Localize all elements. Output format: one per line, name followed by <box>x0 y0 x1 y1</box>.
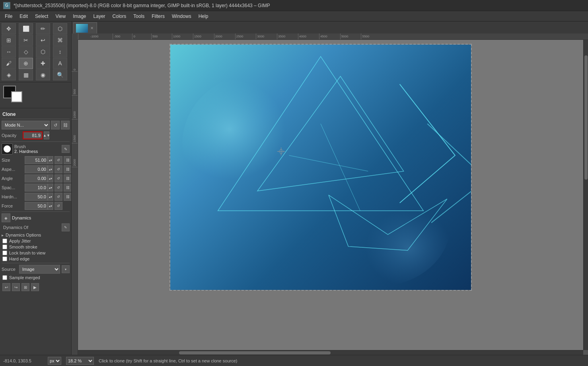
horizontal-scrollbar[interactable] <box>78 350 583 355</box>
tool-scale[interactable]: ↔ <box>2 46 16 57</box>
hardness-input[interactable] <box>25 193 48 201</box>
force-reset-icon[interactable]: ↺ <box>55 202 62 210</box>
sample-merged-checkbox[interactable] <box>2 275 7 280</box>
lock-brush-checkbox[interactable] <box>2 251 7 255</box>
canvas-scroll[interactable] <box>78 40 583 350</box>
tool-move[interactable]: ✥ <box>2 23 16 34</box>
tool-paint[interactable]: 🖌 <box>2 58 16 69</box>
menu-select[interactable]: Select <box>32 13 51 20</box>
angle-chain-icon[interactable]: ⛓ <box>64 174 72 182</box>
apply-jitter-checkbox[interactable] <box>2 239 7 243</box>
tool-warp[interactable]: ⌘ <box>53 35 67 46</box>
aspect-spinner[interactable]: ▴▾ <box>48 165 53 173</box>
hard-edge-checkbox[interactable] <box>2 256 7 261</box>
size-input[interactable] <box>25 156 48 164</box>
menu-help[interactable]: Help <box>195 13 212 20</box>
vertical-scrollbar[interactable] <box>583 40 588 350</box>
menu-filters[interactable]: Filters <box>148 13 168 20</box>
angle-input[interactable] <box>25 174 48 182</box>
tool-shear[interactable]: ◇ <box>19 46 33 57</box>
background-color[interactable] <box>11 91 22 102</box>
unit-select[interactable]: px <box>48 357 61 365</box>
tool-heal[interactable]: ✚ <box>36 58 50 69</box>
vertical-scroll-thumb[interactable] <box>584 55 588 180</box>
source-select[interactable]: Image <box>19 265 60 274</box>
tool-rect-select[interactable]: ⬜ <box>19 23 33 34</box>
menu-edit[interactable]: Edit <box>16 13 31 20</box>
undo-icon[interactable]: ↩ <box>2 283 10 291</box>
force-row: Force ▴▾ ↺ <box>2 202 70 210</box>
brush-edit-icon[interactable]: ✎ <box>62 145 70 153</box>
ruler-top: -1000 -500 0 500 1000 1500 2000 2500 300… <box>78 33 588 40</box>
aspect-chain-icon[interactable]: ⛓ <box>64 165 72 173</box>
force-input-wrap: ▴▾ <box>25 202 53 210</box>
spacing-input[interactable] <box>25 184 48 192</box>
size-reset-icon[interactable]: ↺ <box>55 156 62 164</box>
brush-preview[interactable] <box>2 143 13 155</box>
ruler-tick-minus1000: -1000 <box>78 33 113 40</box>
aspect-input[interactable] <box>25 165 48 173</box>
tool-perspective[interactable]: ⬡ <box>36 46 50 57</box>
tool-crop[interactable]: ✂ <box>19 35 33 46</box>
tool-transform[interactable]: ↩ <box>36 35 50 46</box>
tab-close-icon[interactable]: ✕ <box>90 26 94 30</box>
tool-zoom[interactable]: 🔍 <box>53 69 67 80</box>
spacing-chain-icon[interactable]: ⛓ <box>64 184 72 192</box>
redo-icon[interactable]: ↪ <box>12 283 20 291</box>
tool-flip[interactable]: ↕ <box>53 46 67 57</box>
menu-colors[interactable]: Colors <box>109 13 130 20</box>
ruler-tick-4000: 4000 <box>298 33 319 40</box>
size-chain-icon[interactable]: ⛓ <box>64 156 72 164</box>
zoom-select[interactable]: 18.2 % <box>66 357 94 365</box>
menu-view[interactable]: View <box>52 13 69 20</box>
hardness-reset-icon[interactable]: ↺ <box>55 193 62 201</box>
tool-free-select[interactable]: ✏ <box>36 23 50 34</box>
force-input[interactable] <box>25 202 48 210</box>
opacity-spinner[interactable]: ▲▼ <box>44 131 49 139</box>
smooth-stroke-checkbox[interactable] <box>2 245 7 249</box>
menu-tools[interactable]: Tools <box>130 13 148 20</box>
chain-icon[interactable]: ⛓ <box>61 121 70 129</box>
spacing-reset-icon[interactable]: ↺ <box>55 184 62 192</box>
horizontal-scroll-thumb[interactable] <box>179 351 331 354</box>
menu-layer[interactable]: Layer <box>90 13 109 20</box>
tool-clone[interactable]: ⊕ <box>19 58 33 69</box>
spacing-spinner[interactable]: ▴▾ <box>48 184 53 192</box>
script-icon[interactable]: ▶ <box>31 283 39 291</box>
tool-fuzzy-select[interactable]: ⬡ <box>53 23 67 34</box>
reset-icon[interactable]: ↺ <box>51 121 60 129</box>
opacity-input[interactable] <box>23 131 43 139</box>
source-dropdown-icon[interactable]: ▾ <box>62 265 70 273</box>
angle-spinner[interactable]: ▴▾ <box>48 174 53 182</box>
ruler-tick-minus500: -500 <box>113 33 132 40</box>
menu-file[interactable]: File <box>2 13 16 20</box>
tool-gradient[interactable]: ▦ <box>19 69 33 80</box>
opacity-row: Opacity ▲▼ <box>2 131 70 139</box>
tool-eyedropper[interactable]: ◉ <box>36 69 50 80</box>
mode-select[interactable]: Mode N... <box>2 121 50 129</box>
source-row: Source Image ▾ <box>2 265 70 274</box>
history-icon[interactable]: ⊞ <box>21 283 29 291</box>
spacing-label: Spac... <box>2 185 23 190</box>
force-spinner[interactable]: ▴▾ <box>48 202 53 210</box>
titlebar: G *[shutterstock_2535506] (imported)-8.0… <box>0 0 588 11</box>
toolbox: ✥ ⬜ ✏ ⬡ ⊞ ✂ ↩ ⌘ ↔ ◇ ⬡ ↕ 🖌 ⊕ ✚ A ◈ ▦ ◉ 🔍 <box>0 22 72 355</box>
tool-text[interactable]: A <box>53 58 67 69</box>
angle-reset-icon[interactable]: ↺ <box>55 174 62 182</box>
dynamics-edit-icon[interactable]: ✎ <box>62 223 70 231</box>
dynamics-options-row: ▸ Dynamics Options <box>2 233 70 237</box>
image-tab-item[interactable]: ✕ <box>73 22 97 33</box>
canvas-image[interactable] <box>169 44 472 291</box>
canvas-background[interactable] <box>170 45 471 290</box>
ruler-tick-5000: 5000 <box>340 33 361 40</box>
size-spinner[interactable]: ▴▾ <box>48 156 53 164</box>
window-title: *[shutterstock_2535506] (imported)-8.0 (… <box>14 3 270 8</box>
hardness-spinner[interactable]: ▴▾ <box>48 193 53 201</box>
tool-align[interactable]: ⊞ <box>2 35 16 46</box>
menu-windows[interactable]: Windows <box>169 13 195 20</box>
tool-bucket[interactable]: ◈ <box>2 69 16 80</box>
aspect-reset-icon[interactable]: ↺ <box>55 165 62 173</box>
hardness-chain-icon[interactable]: ⛓ <box>64 193 72 201</box>
dynamics-label: Dynamics <box>12 215 31 220</box>
menu-image[interactable]: Image <box>70 13 89 20</box>
